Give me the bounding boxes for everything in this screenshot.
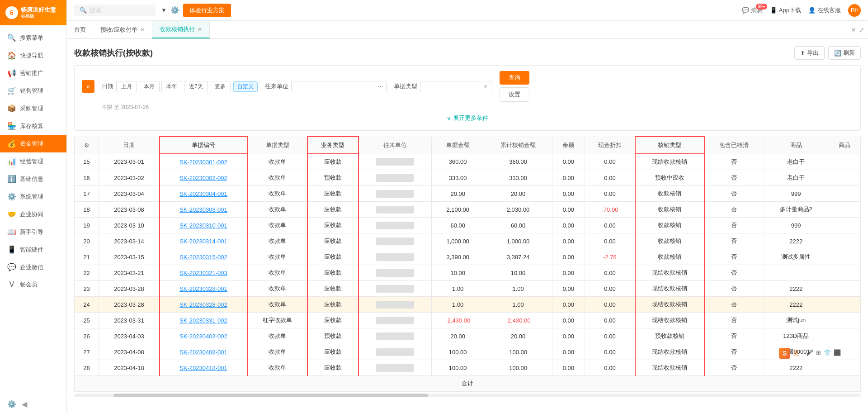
date-btn-last-month[interactable]: 上月 bbox=[116, 81, 137, 92]
table-scrollbar[interactable] bbox=[74, 394, 861, 397]
tab-prepay-label: 预收/应收付单 bbox=[100, 26, 137, 34]
date-btn-more[interactable]: 更多 bbox=[210, 81, 231, 92]
topbar-right: 💬 消息 99+ 📱 App下载 👤 在线客服 Rit bbox=[742, 4, 861, 17]
sidebar-item-shortcuts[interactable]: 🏠 快捷导航 bbox=[0, 47, 66, 64]
sidebar-item-operations[interactable]: 📊 经营管理 bbox=[0, 152, 66, 170]
sidebar-item-search[interactable]: 🔍 搜索菜单 bbox=[0, 29, 66, 47]
cell-discount: 0.00 bbox=[585, 313, 635, 328]
tab-prepay-close[interactable]: ✕ bbox=[140, 27, 145, 33]
cell-product2 bbox=[828, 281, 861, 297]
sidebar-item-member[interactable]: V 畅会员 bbox=[0, 276, 66, 293]
refresh-icon: 🔄 bbox=[834, 50, 841, 57]
date-btn-this-month[interactable]: 本月 bbox=[139, 81, 160, 92]
cell-included: 否 bbox=[704, 186, 764, 202]
online-service-button[interactable]: 👤 在线客服 bbox=[808, 6, 841, 14]
table-row: 15 2023-03-01 SK-20230301-002 收款单 应收款 ██… bbox=[75, 154, 861, 170]
tab-receipt-close[interactable]: ✕ bbox=[198, 26, 202, 33]
topbar-dropdown[interactable]: ▼ bbox=[159, 7, 167, 14]
cell-verified: 100.00 bbox=[484, 360, 552, 376]
date-btn-this-year[interactable]: 本年 bbox=[161, 81, 182, 92]
tab-receipt-label: 收款核销执行 bbox=[160, 25, 195, 33]
solution-button[interactable]: 体验行业方案 bbox=[183, 4, 231, 17]
settings-icon[interactable]: ⚙️ bbox=[170, 6, 179, 14]
cell-date: 2023-03-02 bbox=[99, 170, 160, 186]
sidebar-item-sales[interactable]: 🛒 销售管理 bbox=[0, 82, 66, 100]
sidebar-item-inventory[interactable]: 🏪 库存核算 bbox=[0, 117, 66, 135]
voucher-no-link[interactable]: SK-20230304-001 bbox=[179, 190, 227, 197]
tab-prepay[interactable]: 预收/应收付单 ✕ bbox=[93, 21, 152, 38]
enterprise-icon: 🤝 bbox=[7, 210, 16, 218]
sidebar-item-wechat[interactable]: 💬 企业微信 bbox=[0, 258, 66, 276]
cell-included: 否 bbox=[704, 328, 764, 344]
app-download-button[interactable]: 📱 App下载 bbox=[770, 6, 801, 14]
user-avatar[interactable]: Rit bbox=[848, 4, 861, 17]
cell-partner: ████ bbox=[359, 297, 432, 313]
cell-product2 bbox=[828, 328, 861, 344]
sidebar-item-guide[interactable]: 📖 新手引导 bbox=[0, 223, 66, 241]
filter-actions: 查询 设置 bbox=[500, 71, 529, 102]
page-content: 收款核销执行(按收款) ⬆ 导出 🔄 刷新 » bbox=[67, 39, 868, 413]
col-settings[interactable]: ⚙ bbox=[75, 137, 99, 154]
voucher-no-link[interactable]: SK-20230408-001 bbox=[179, 349, 227, 356]
partner-dots[interactable]: ··· bbox=[375, 82, 386, 90]
voucher-no-link[interactable]: SK-20230308-001 bbox=[179, 206, 227, 213]
sidebar-item-enterprise[interactable]: 🤝 企业协同 bbox=[0, 205, 66, 223]
cell-voucher-no: SK-20230408-001 bbox=[160, 344, 247, 360]
sidebar-item-system[interactable]: ⚙️ 系统管理 bbox=[0, 188, 66, 205]
cell-discount: 0.00 bbox=[585, 360, 635, 376]
cell-discount: 0.00 bbox=[585, 265, 635, 281]
col-settings-icon: ⚙ bbox=[84, 142, 90, 149]
cell-amount: 360.00 bbox=[432, 154, 484, 170]
voucher-no-link[interactable]: SK-20230418-001 bbox=[179, 365, 227, 371]
cell-product: 测试多属性 bbox=[764, 249, 828, 265]
cell-partner: ████ bbox=[359, 265, 432, 281]
cell-voucher-type: 收款单 bbox=[247, 344, 307, 360]
cell-verify-type: 收款核销 bbox=[635, 202, 704, 218]
sidebar-item-marketing[interactable]: 📢 营销推广 bbox=[0, 64, 66, 82]
cell-included: 否 bbox=[704, 154, 764, 170]
export-button[interactable]: ⬆ 导出 bbox=[794, 46, 825, 60]
cell-balance: 0.00 bbox=[552, 249, 585, 265]
cell-voucher-type: 收款单 bbox=[247, 186, 307, 202]
voucher-no-link[interactable]: SK-20230403-002 bbox=[179, 333, 227, 340]
collapse-icon[interactable]: ◀ bbox=[22, 400, 27, 408]
partner-input[interactable] bbox=[292, 81, 375, 92]
message-button[interactable]: 💬 消息 99+ bbox=[742, 6, 763, 14]
voucher-no-link[interactable]: SK-20230315-002 bbox=[179, 254, 227, 261]
sidebar-item-hardware[interactable]: 📱 智能硬件 bbox=[0, 241, 66, 258]
voucher-no-link[interactable]: SK-20230314-001 bbox=[179, 238, 227, 245]
scrollbar-thumb[interactable] bbox=[113, 394, 428, 397]
marketing-icon: 📢 bbox=[7, 69, 16, 77]
tab-home[interactable]: 首页 bbox=[67, 21, 93, 38]
cell-amount: 333.00 bbox=[432, 170, 484, 186]
cell-partner: ████ bbox=[359, 360, 432, 376]
expand-more-button[interactable]: ∨ 展开更多条件 bbox=[82, 111, 853, 125]
settings-button[interactable]: 设置 bbox=[500, 87, 529, 102]
cell-seq: 23 bbox=[75, 281, 99, 297]
voucher-type-label: 单据类型 bbox=[394, 82, 417, 90]
voucher-no-link[interactable]: SK-20230321-003 bbox=[179, 270, 227, 276]
voucher-no-link[interactable]: SK-20230310-001 bbox=[179, 222, 227, 229]
query-button[interactable]: 查询 bbox=[500, 71, 529, 85]
date-btn-7days[interactable]: 近7天 bbox=[184, 81, 208, 92]
voucher-no-link[interactable]: SK-20230328-002 bbox=[179, 301, 227, 308]
wm-icon-shirt: 👕 bbox=[824, 349, 831, 357]
sidebar-item-purchase[interactable]: 📦 采购管理 bbox=[0, 100, 66, 117]
voucher-no-link[interactable]: SK-20230302-002 bbox=[179, 175, 227, 181]
voucher-no-link[interactable]: SK-20230331-002 bbox=[179, 317, 227, 324]
expand-toggle[interactable]: » bbox=[82, 80, 94, 93]
tab-maximize-icon[interactable]: ⤢ bbox=[859, 26, 864, 33]
tab-receipt[interactable]: 收款核销执行 ✕ bbox=[152, 21, 210, 38]
voucher-no-link[interactable]: SK-20230328-001 bbox=[179, 285, 227, 292]
settings-gear-icon[interactable]: ⚙️ bbox=[7, 400, 16, 408]
cell-verified: 1.00 bbox=[484, 297, 552, 313]
sidebar-item-base[interactable]: ℹ️ 基础信息 bbox=[0, 170, 66, 188]
custom-date-tag[interactable]: 自定义 bbox=[233, 81, 258, 92]
voucher-no-link[interactable]: SK-20230301-002 bbox=[179, 159, 227, 166]
cell-partner: ████ bbox=[359, 249, 432, 265]
tab-close-icon[interactable]: ✕ bbox=[851, 26, 856, 33]
refresh-button[interactable]: 🔄 刷新 bbox=[828, 46, 861, 60]
sidebar-item-label: 销售管理 bbox=[20, 87, 43, 95]
search-box[interactable]: 🔍 搜索 bbox=[74, 5, 156, 16]
sidebar-item-finance[interactable]: 💰 资金管理 bbox=[0, 135, 66, 152]
